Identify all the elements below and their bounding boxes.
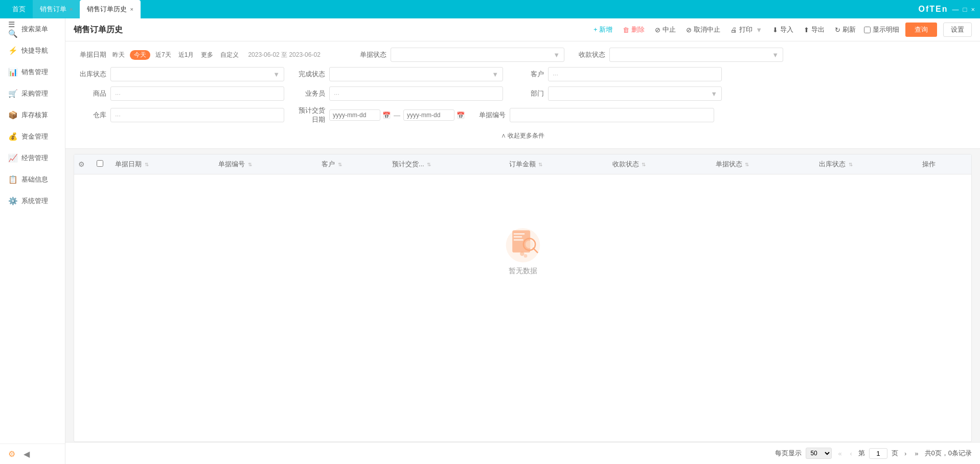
prev-page-btn[interactable]: ‹ xyxy=(848,449,854,458)
export-button[interactable]: ⬆ 导出 xyxy=(802,24,827,35)
yesterday-btn[interactable]: 昨天 xyxy=(110,50,127,60)
sidebar-settings-icon[interactable]: ⚙ xyxy=(8,449,15,459)
salesperson-field[interactable]: ··· xyxy=(329,86,503,101)
sidebar-item-operations-mgmt[interactable]: 📈 经营管理 xyxy=(0,147,65,169)
delivery-date-to-icon[interactable]: 📅 xyxy=(457,112,465,119)
filter-row-4: 仓库 ··· 预计交货日期 📅 — 📅 单据编号 xyxy=(74,106,972,124)
sort-delivery-icon: ⇅ xyxy=(427,162,431,167)
sidebar-item-stock-mgmt[interactable]: 📦 库存核算 xyxy=(0,104,65,126)
empty-text: 暂无数据 xyxy=(509,267,537,276)
sidebar-item-search-menu[interactable]: ☰🔍 搜索菜单 xyxy=(0,18,65,40)
payment-status-select[interactable]: ▼ xyxy=(609,48,783,62)
sort-stock-icon: ⇅ xyxy=(849,162,853,167)
7days-btn[interactable]: 近7天 xyxy=(153,50,173,60)
order-no-field[interactable] xyxy=(510,108,714,122)
page-size-label: 每页显示 xyxy=(775,449,802,458)
table-settings-icon[interactable]: ⚙ xyxy=(78,160,85,168)
sidebar-label-operations-mgmt: 经营管理 xyxy=(21,153,48,163)
table-header-checkbox[interactable] xyxy=(93,154,111,174)
query-button[interactable]: 查询 xyxy=(905,23,937,37)
table-header-customer[interactable]: 客户 ⇅ xyxy=(317,154,388,174)
print-icon: 🖨 xyxy=(731,26,737,34)
table-header-order-amount[interactable]: 订单金额 ⇅ xyxy=(505,154,608,174)
sidebar-label-finance-mgmt: 资金管理 xyxy=(21,132,48,141)
1month-btn[interactable]: 近1月 xyxy=(176,50,196,60)
import-button[interactable]: ⬇ 导入 xyxy=(770,24,795,35)
cancel-stop-button[interactable]: ⊘ 取消中止 xyxy=(684,24,722,35)
app-logo: OfTEn xyxy=(919,5,948,14)
dept-select[interactable]: ▼ xyxy=(548,86,722,101)
table-header-no[interactable]: 单据编号 ⇅ xyxy=(214,154,317,174)
table-header-payment-status[interactable]: 收款状态 ⇅ xyxy=(608,154,712,174)
stock-out-status-select[interactable]: ▼ xyxy=(110,67,284,81)
delete-button[interactable]: 🗑 🗑 删除 删除 xyxy=(621,24,647,35)
tab-home[interactable]: 首页 xyxy=(5,0,33,18)
completion-status-select[interactable]: ▼ xyxy=(329,67,503,81)
sort-amount-icon: ⇅ xyxy=(538,162,542,167)
next-page-btn[interactable]: › xyxy=(902,449,908,458)
date-label: 单据日期 xyxy=(74,50,110,59)
sidebar-item-finance-mgmt[interactable]: 💰 资金管理 xyxy=(0,126,65,147)
maximize-btn[interactable]: □ xyxy=(963,6,967,13)
table-header-expected-delivery[interactable]: 预计交货... ⇅ xyxy=(388,154,505,174)
sidebar-collapse-icon[interactable]: ◀ xyxy=(24,449,30,459)
table-area: ⚙ 单据日期 ⇅ 单据编号 ⇅ xyxy=(74,154,972,442)
custom-btn[interactable]: 自定义 xyxy=(218,50,241,60)
basic-info-icon: 📋 xyxy=(8,175,17,184)
sidebar-item-system-mgmt[interactable]: ⚙️ 系统管理 xyxy=(0,190,65,212)
order-status-select[interactable]: ▼ xyxy=(391,48,564,62)
stock-out-status-label: 出库状态 xyxy=(74,70,110,79)
sort-no-icon: ⇅ xyxy=(248,162,252,167)
minimize-btn[interactable]: — xyxy=(952,6,959,13)
goods-label: 商品 xyxy=(74,89,110,98)
last-page-btn[interactable]: » xyxy=(913,449,920,458)
delete-icon: 🗑 xyxy=(623,26,629,34)
stop-button[interactable]: ⊘ 中止 xyxy=(653,24,678,35)
tab-sales-order-history[interactable]: 销售订单历史 × xyxy=(80,0,140,18)
more-btn[interactable]: 更多 xyxy=(199,50,215,60)
first-page-btn[interactable]: « xyxy=(836,449,844,458)
table-header-row: ⚙ 单据日期 ⇅ 单据编号 ⇅ xyxy=(74,154,971,174)
collapse-btn[interactable]: ∧ 收起更多条件 xyxy=(74,129,972,142)
table-header-date[interactable]: 单据日期 ⇅ xyxy=(111,154,214,174)
delivery-date-from-icon[interactable]: 📅 xyxy=(382,112,391,119)
table-header-settings[interactable]: ⚙ xyxy=(74,154,93,174)
dept-label: 部门 xyxy=(511,89,548,98)
page-size-select[interactable]: 50 10 20 100 xyxy=(806,448,832,459)
settings-button[interactable]: 设置 xyxy=(943,23,972,37)
sidebar-item-quick-nav[interactable]: ⚡ 快捷导航 xyxy=(0,40,65,61)
customer-field[interactable]: ··· xyxy=(548,67,722,81)
show-detail-checkbox[interactable] xyxy=(864,27,871,33)
new-button[interactable]: + 新增 xyxy=(591,24,614,35)
svg-point-9 xyxy=(523,254,527,258)
warehouse-field[interactable]: ··· xyxy=(110,108,284,122)
table-header-order-status[interactable]: 单据状态 ⇅ xyxy=(712,154,815,174)
payment-status-label: 收款状态 xyxy=(573,50,609,59)
svg-rect-4 xyxy=(513,239,523,241)
close-tab-sales-order[interactable]: × xyxy=(70,6,73,12)
delivery-date-from[interactable] xyxy=(329,109,380,121)
sort-customer-icon: ⇅ xyxy=(338,162,342,167)
select-all-checkbox[interactable] xyxy=(97,160,103,167)
sidebar-label-stock-mgmt: 库存核算 xyxy=(21,111,48,120)
sidebar-label-basic-info: 基础信息 xyxy=(21,175,48,184)
delivery-date-to[interactable] xyxy=(403,109,454,121)
show-detail-checkbox-label[interactable]: 显示明细 xyxy=(864,25,899,34)
empty-row: 暂无数据 xyxy=(74,174,971,317)
print-button[interactable]: 🖨 打印 ▼ xyxy=(728,24,764,35)
sidebar-item-sales-mgmt[interactable]: 📊 销售管理 xyxy=(0,61,65,83)
table-header-stock-out-status[interactable]: 出库状态 ⇅ xyxy=(815,154,918,174)
close-tab-sales-order-history[interactable]: × xyxy=(130,6,133,12)
page-input[interactable] xyxy=(869,448,887,459)
sidebar-item-purchase-mgmt[interactable]: 🛒 采购管理 xyxy=(0,83,65,104)
top-bar: 首页 销售订单 × 销售订单历史 × OfTEn — □ × xyxy=(0,0,980,18)
sidebar-item-basic-info[interactable]: 📋 基础信息 xyxy=(0,169,65,190)
sidebar-label-purchase-mgmt: 采购管理 xyxy=(21,89,48,98)
stop-icon: ⊘ xyxy=(655,26,660,34)
goods-field[interactable]: ··· xyxy=(110,86,284,101)
operations-mgmt-icon: 📈 xyxy=(8,153,17,163)
tab-sales-order[interactable]: 销售订单 × xyxy=(33,0,80,18)
today-btn[interactable]: 今天 xyxy=(130,50,150,60)
refresh-button[interactable]: ↻ 刷新 xyxy=(833,24,858,35)
close-btn[interactable]: × xyxy=(971,6,975,13)
